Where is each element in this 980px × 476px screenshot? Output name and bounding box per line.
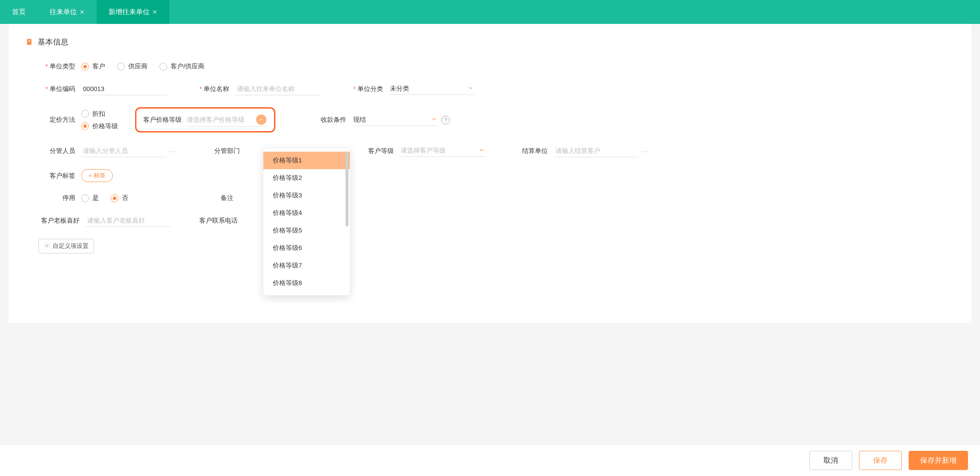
more-icon[interactable]: ··· xyxy=(166,147,177,155)
radio-supplier[interactable]: 供应商 xyxy=(117,62,148,71)
label-price-level: 客户价格等级 xyxy=(143,116,182,123)
chevron-down-icon xyxy=(468,85,474,92)
gear-icon xyxy=(44,243,50,250)
settlement-input[interactable] xyxy=(554,144,638,157)
close-icon[interactable]: ✕ xyxy=(152,9,157,15)
label-unit-type: 单位类型 xyxy=(50,62,75,70)
radio-discount[interactable]: 折扣 xyxy=(81,110,118,118)
help-icon[interactable]: ? xyxy=(441,116,450,124)
payment-terms-select[interactable]: 现结 xyxy=(352,114,438,126)
add-tag-button[interactable]: +标签 xyxy=(81,169,113,182)
custom-fields-button[interactable]: 自定义项设置 xyxy=(38,239,94,253)
label-unit-category: 单位分类 xyxy=(357,85,383,92)
tab-contacts[interactable]: 往来单位 ✕ xyxy=(38,0,97,24)
tab-label: 往来单位 xyxy=(50,8,77,17)
section-title: 基本信息 xyxy=(26,37,954,47)
tab-home[interactable]: 首页 xyxy=(0,0,38,24)
label-unit-name: 单位名称 xyxy=(204,85,229,92)
chevron-up-icon xyxy=(256,115,266,125)
label-customer-tag: 客户标签 xyxy=(50,172,75,179)
label-contact-phone: 客户联系电话 xyxy=(199,217,238,224)
radio-disabled-no[interactable]: 否 xyxy=(111,194,128,202)
radio-disabled-yes[interactable]: 是 xyxy=(81,194,99,202)
svg-rect-2 xyxy=(28,41,30,42)
label-settlement: 结算单位 xyxy=(522,147,548,154)
tab-label: 新增往来单位 xyxy=(109,8,150,17)
label-remark: 备注 xyxy=(221,194,233,201)
chevron-down-icon xyxy=(431,116,437,123)
dropdown-scroll[interactable]: 价格等级1价格等级2价格等级3价格等级4价格等级5价格等级6价格等级7价格等级8 xyxy=(263,152,350,292)
label-assignee: 分管人员 xyxy=(50,147,75,154)
price-level-highlight: 客户价格等级 请选择客户价格等级 xyxy=(135,107,275,132)
price-level-option[interactable]: 价格等级5 xyxy=(263,222,350,239)
more-icon[interactable]: ··· xyxy=(638,147,650,155)
price-level-option[interactable]: 价格等级8 xyxy=(263,274,350,292)
unit-name-input[interactable] xyxy=(235,82,321,95)
radio-customer[interactable]: 客户 xyxy=(81,62,105,71)
price-level-option[interactable]: 价格等级3 xyxy=(263,187,350,204)
price-level-option[interactable]: 价格等级4 xyxy=(263,204,350,222)
tab-bar: 首页 往来单位 ✕ 新增往来单位 ✕ xyxy=(0,0,980,24)
label-unit-code: 单位编码 xyxy=(50,85,75,92)
price-level-option[interactable]: 价格等级1 xyxy=(263,152,350,169)
svg-rect-1 xyxy=(28,40,30,41)
unit-code-input[interactable] xyxy=(81,82,167,95)
scrollbar[interactable] xyxy=(345,152,348,226)
price-level-dropdown: 价格等级1价格等级2价格等级3价格等级4价格等级5价格等级6价格等级7价格等级8 xyxy=(263,148,350,296)
price-level-select[interactable]: 请选择客户价格等级 xyxy=(186,113,267,127)
plus-icon: + xyxy=(89,172,92,179)
price-level-option[interactable]: 价格等级7 xyxy=(263,257,350,274)
unit-type-radio-group: 客户 供应商 客户/供应商 xyxy=(81,62,204,71)
pricing-method-radio-group: 折扣 价格等级 xyxy=(81,110,118,130)
page-content: 基本信息 *单位类型 客户 供应商 客户/供应商 *单位编码 *单位名称 xyxy=(9,24,971,323)
customer-level-select[interactable]: 请选择客户等级 xyxy=(400,145,485,157)
radio-price-level[interactable]: 价格等级 xyxy=(81,122,118,130)
label-boss-hobby: 客户老板喜好 xyxy=(41,217,80,224)
section-title-text: 基本信息 xyxy=(38,37,68,47)
assignee-input[interactable] xyxy=(81,144,166,157)
chevron-down-icon xyxy=(478,147,484,154)
svg-point-3 xyxy=(46,245,48,247)
close-icon[interactable]: ✕ xyxy=(80,9,85,15)
price-level-option[interactable]: 价格等级6 xyxy=(263,239,350,257)
label-pricing-method: 定价方法 xyxy=(50,116,75,123)
tab-add-contact[interactable]: 新增往来单位 ✕ xyxy=(97,0,169,24)
note-icon xyxy=(26,38,33,46)
radio-both[interactable]: 客户/供应商 xyxy=(159,62,204,71)
tab-label: 首页 xyxy=(12,8,26,17)
label-disabled: 停用 xyxy=(62,194,75,201)
boss-hobby-input[interactable] xyxy=(86,214,171,227)
unit-category-select[interactable]: 未分类 xyxy=(389,83,475,95)
label-department: 分管部门 xyxy=(214,147,240,154)
label-customer-level: 客户等级 xyxy=(368,147,394,154)
label-payment-terms: 收款条件 xyxy=(321,116,346,123)
price-level-option[interactable]: 价格等级2 xyxy=(263,169,350,187)
